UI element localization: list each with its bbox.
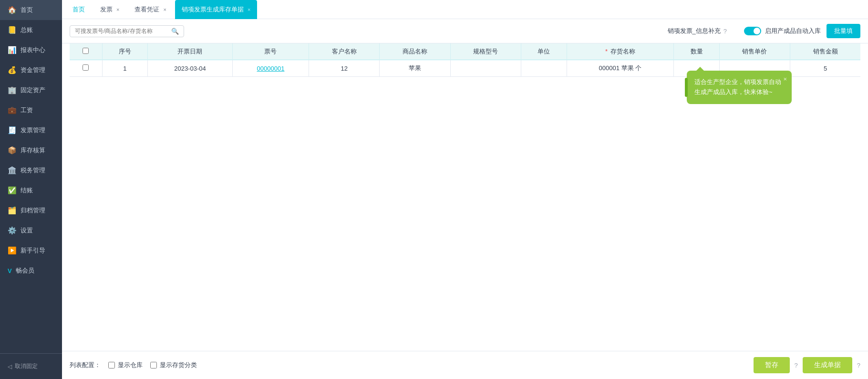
- sidebar-label-home: 首页: [21, 6, 33, 14]
- col-price: 销售单价: [719, 43, 790, 60]
- generate-info-icon[interactable]: ?: [857, 362, 860, 369]
- row-unit: [521, 60, 567, 77]
- col-date: 开票日期: [148, 43, 233, 60]
- row-checkbox: [70, 60, 102, 77]
- col-unit: 单位: [521, 43, 567, 60]
- sidebar-label-inventory: 库存核算: [21, 146, 45, 155]
- config-label: 列表配置：: [70, 361, 101, 369]
- invoice-icon: 🧾: [8, 126, 17, 135]
- sidebar-label-vip: 畅会员: [16, 266, 34, 275]
- sidebar-item-salary[interactable]: 💼 工资: [0, 100, 62, 120]
- sidebar-item-assets[interactable]: 🏢 固定资产: [0, 80, 62, 100]
- row-customer: 12: [309, 60, 380, 77]
- select-all-checkbox[interactable]: [83, 48, 89, 54]
- toggle-label: 启用产成品自动入库: [765, 27, 821, 35]
- show-category-checkbox[interactable]: 显示存货分类: [150, 361, 197, 369]
- guide-icon: ▶️: [8, 246, 17, 255]
- sidebar-label-salary: 工资: [21, 106, 33, 115]
- sidebar-item-archive[interactable]: 🗂️ 归档管理: [0, 200, 62, 221]
- page-content: 🔍 销项发票_信息补充 ? 启用产成品自动入库 批量填: [62, 19, 868, 379]
- row-product: 苹果: [380, 60, 450, 77]
- inventory-icon: 📦: [8, 146, 17, 155]
- sidebar-item-ledger[interactable]: 📒 总账: [0, 20, 62, 40]
- col-model: 规格型号: [450, 43, 521, 60]
- sidebar-label-ledger: 总账: [21, 26, 33, 34]
- sidebar-item-funds[interactable]: 💰 资金管理: [0, 60, 62, 80]
- tab-invoice-close[interactable]: ×: [116, 7, 119, 12]
- col-amount: 销售金额: [790, 43, 860, 60]
- search-icon[interactable]: 🔍: [171, 28, 179, 35]
- row-select-checkbox[interactable]: [83, 64, 89, 71]
- generate-button[interactable]: 生成单据: [803, 357, 852, 373]
- sidebar-item-settle[interactable]: ✅ 结账: [0, 180, 62, 200]
- tab-voucher[interactable]: 查看凭证 ×: [128, 0, 173, 19]
- home-icon: 🏠: [8, 6, 17, 14]
- toolbar-title-text: 销项发票_信息补充: [668, 27, 721, 35]
- sidebar-label-guide: 新手引导: [21, 246, 45, 255]
- sidebar-item-home[interactable]: 🏠 首页: [0, 0, 62, 20]
- show-warehouse-label: 显示仓库: [118, 361, 143, 369]
- settings-icon: ⚙️: [8, 226, 17, 235]
- tooltip-close-button[interactable]: ×: [783, 74, 787, 84]
- sidebar-item-invoice[interactable]: 🧾 发票管理: [0, 120, 62, 140]
- toggle-area: 启用产成品自动入库: [744, 27, 821, 35]
- sidebar-item-inventory[interactable]: 📦 库存核算: [0, 140, 62, 160]
- col-qty: 数量: [674, 43, 720, 60]
- row-ticket-no[interactable]: 00000001: [232, 60, 309, 77]
- bottom-actions: 暂存 ? 生成单据 ?: [754, 357, 860, 373]
- tab-bar: 首页 发票 × 查看凭证 × 销项发票生成库存单据 ×: [62, 0, 868, 19]
- required-mark: *: [605, 48, 608, 55]
- sidebar-label-funds: 资金管理: [21, 66, 45, 74]
- ledger-icon: 📒: [8, 26, 17, 34]
- sidebar-item-settings[interactable]: ⚙️ 设置: [0, 221, 62, 241]
- col-ticket-no: 票号: [232, 43, 309, 60]
- salary-icon: 💼: [8, 106, 17, 115]
- save-info-icon[interactable]: ?: [795, 362, 798, 369]
- vip-icon: V: [8, 267, 12, 274]
- col-product: 商品名称: [380, 43, 450, 60]
- tab-home-label: 首页: [72, 5, 85, 14]
- show-category-label: 显示存货分类: [160, 361, 197, 369]
- toolbar-info-icon[interactable]: ?: [723, 28, 727, 35]
- pin-icon: ◁: [8, 363, 12, 370]
- toolbar-title: 销项发票_信息补充 ?: [668, 27, 727, 35]
- sidebar-item-tax[interactable]: 🏛️ 税务管理: [0, 160, 62, 180]
- batch-button[interactable]: 批量填: [827, 24, 860, 38]
- assets-icon: 🏢: [8, 86, 17, 95]
- toggle-switch[interactable]: [744, 27, 761, 35]
- row-model: [450, 60, 521, 77]
- archive-icon: 🗂️: [8, 206, 17, 215]
- settle-icon: ✅: [8, 186, 17, 195]
- pin-button[interactable]: ◁ 取消固定: [0, 358, 62, 375]
- row-inventory[interactable]: 000001 苹果 个: [567, 60, 674, 77]
- col-inventory: * 存货名称: [567, 43, 674, 60]
- show-warehouse-checkbox[interactable]: 显示仓库: [108, 361, 143, 369]
- sidebar-label-reports: 报表中心: [21, 46, 45, 54]
- tab-voucher-label: 查看凭证: [134, 5, 159, 14]
- ticket-no-link[interactable]: 00000001: [257, 65, 285, 72]
- pin-label: 取消固定: [15, 362, 38, 370]
- warehouse-checkbox-input[interactable]: [108, 362, 115, 368]
- tooltip-box: × 适合生产型企业，销项发票自动生成产成品入库，快来体验~: [687, 71, 792, 104]
- search-input[interactable]: [75, 28, 168, 34]
- table-header-row: 序号 开票日期 票号 客户名称 商品名称 规格型号 单位 * 存货名称 数量 销…: [70, 43, 860, 60]
- tax-icon: 🏛️: [8, 166, 17, 175]
- col-seq: 序号: [102, 43, 148, 60]
- col-customer: 客户名称: [309, 43, 380, 60]
- search-box[interactable]: 🔍: [70, 25, 184, 37]
- tab-inventory-slip-close[interactable]: ×: [248, 7, 250, 12]
- tab-home[interactable]: 首页: [66, 0, 92, 19]
- bottom-bar: 列表配置： 显示仓库 显示存货分类 暂存 ? 生成单据 ?: [62, 351, 868, 379]
- sidebar-item-reports[interactable]: 📊 报表中心: [0, 40, 62, 60]
- sidebar-label-archive: 归档管理: [21, 206, 45, 215]
- category-checkbox-input[interactable]: [150, 362, 157, 368]
- tab-inventory-slip[interactable]: 销项发票生成库存单据 ×: [175, 0, 257, 19]
- tab-invoice[interactable]: 发票 ×: [93, 0, 126, 19]
- sidebar-label-assets: 固定资产: [21, 86, 45, 95]
- sidebar-item-guide[interactable]: ▶️ 新手引导: [0, 241, 62, 261]
- tab-voucher-close[interactable]: ×: [163, 7, 166, 12]
- row-seq: 1: [102, 60, 148, 77]
- sidebar-label-tax: 税务管理: [21, 166, 45, 175]
- sidebar-item-vip[interactable]: V 畅会员: [0, 261, 62, 281]
- save-button[interactable]: 暂存: [754, 357, 790, 373]
